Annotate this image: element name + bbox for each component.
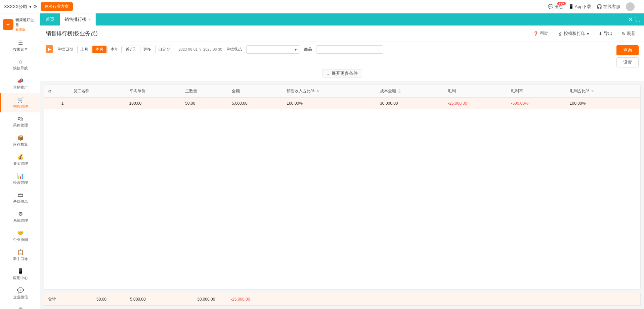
home-icon: ⌂ bbox=[19, 59, 22, 65]
goods-more-icon[interactable]: ··· bbox=[377, 47, 381, 52]
th-sales-pct[interactable]: 销售收入占比% ⇅ bbox=[283, 85, 376, 98]
tab-bar-right: ✕ ⛶ bbox=[628, 16, 644, 23]
sidebar-item-operations-label: 经营管理 bbox=[13, 180, 28, 185]
footer-qty: 50.00 bbox=[96, 297, 123, 302]
page-content: 销售排行榜(按业务员) ❓ 帮助 🖨 按模板打印 ▾ ⬇ 导出 bbox=[40, 25, 644, 309]
row-gross: -25,000.00 bbox=[444, 98, 507, 109]
top-bar: XXXXX公司 ▾ ⚙ 体验行业方案 💬 消息 99+ 📱 App下载 🎧 在线… bbox=[0, 0, 644, 13]
period-btn-custom[interactable]: 自定义 bbox=[155, 46, 173, 53]
sidebar-item-purchase-label: 采购管理 bbox=[13, 123, 28, 128]
message-icon: 💬 bbox=[548, 4, 553, 9]
sidebar: ☀ 畅康通好生意 标准版 ☰ 搜索菜单 ⌂ 快捷导航 📣 营销推广 🛒 销售管理… bbox=[0, 13, 40, 309]
gross-pct-sort-icon[interactable]: ⇅ bbox=[591, 89, 594, 93]
sidebar-item-apps[interactable]: 📱 应用中心 bbox=[0, 265, 40, 284]
sidebar-item-purchase[interactable]: 🛍 采购管理 bbox=[0, 112, 40, 131]
export-button[interactable]: ⬇ 导出 bbox=[596, 29, 615, 38]
query-button[interactable]: 查询 bbox=[616, 45, 639, 55]
inventory-icon: 📦 bbox=[17, 135, 24, 141]
row-avg-price: 100.00 bbox=[125, 98, 181, 109]
goods-input[interactable]: ··· bbox=[316, 45, 383, 54]
filter-query-col: 查询 设置 bbox=[616, 45, 639, 67]
enterprise-icon: 🤝 bbox=[17, 230, 24, 236]
message-button[interactable]: 💬 消息 99+ bbox=[548, 4, 563, 10]
sidebar-logo: ☀ 畅康通好生意 标准版 bbox=[0, 13, 40, 36]
refresh-button[interactable]: ↻ 刷新 bbox=[619, 29, 639, 38]
table-settings-button[interactable]: 设置 bbox=[616, 57, 639, 67]
sidebar-item-shortcut[interactable]: ⌂ 快捷导航 bbox=[0, 55, 40, 74]
sun-icon: ☀ bbox=[6, 22, 10, 27]
row-amount: 5,000.00 bbox=[228, 98, 283, 109]
company-name: XXXXX公司 bbox=[4, 4, 27, 10]
company-selector[interactable]: XXXXX公司 ▾ bbox=[4, 4, 32, 10]
period-btn-more[interactable]: 更多 bbox=[140, 46, 154, 53]
period-btn-this-year[interactable]: 本年 bbox=[108, 46, 122, 53]
finance-icon: 💰 bbox=[17, 154, 24, 160]
logo-sub: 标准版 bbox=[15, 27, 37, 32]
expand-more-btn[interactable]: ⌄ 展开更多条件 bbox=[322, 69, 362, 78]
sidebar-item-system[interactable]: ⚙ 系统管理 bbox=[0, 207, 40, 226]
th-avg-price: 平均单价 bbox=[125, 85, 181, 98]
logo-icon: ☀ bbox=[3, 19, 13, 30]
avatar[interactable] bbox=[626, 2, 635, 11]
template-print-button[interactable]: 🖨 按模板打印 ▾ bbox=[555, 29, 592, 38]
settings-icon[interactable]: ⚙ bbox=[33, 4, 37, 10]
sidebar-item-search-label: 搜索菜单 bbox=[13, 47, 28, 52]
sidebar-item-finance[interactable]: 💰 资金管理 bbox=[0, 150, 40, 169]
member-icon: ♛ bbox=[18, 306, 23, 309]
tab-maximize-icon[interactable]: ⛶ bbox=[635, 16, 641, 22]
sidebar-item-inventory-label: 库存核算 bbox=[13, 142, 28, 147]
guide-icon: 📋 bbox=[17, 249, 24, 255]
content-area: 首页 销售排行榜 × ✕ ⛶ 销售排行榜(按业务员) ❓ 帮助 bbox=[40, 13, 644, 309]
sidebar-item-enterprise[interactable]: 🤝 企业协同 bbox=[0, 226, 40, 246]
row-sales-pct: 100.00% bbox=[283, 98, 376, 109]
period-btn-this-month[interactable]: 本月 bbox=[92, 46, 106, 53]
help-button[interactable]: ❓ 帮助 bbox=[530, 29, 552, 38]
sidebar-item-inventory[interactable]: 📦 库存核算 bbox=[0, 131, 40, 150]
filter-expand-row: ⌄ 展开更多条件 bbox=[46, 67, 639, 78]
toggle-filter-arrow[interactable]: ▶ bbox=[46, 45, 53, 53]
th-settings[interactable]: ⚙ bbox=[44, 85, 56, 98]
footer-amount: 5,000.00 bbox=[130, 297, 157, 302]
period-btn-7days[interactable]: 近7天 bbox=[123, 46, 139, 53]
th-employee-name: 员工名称 bbox=[69, 85, 125, 98]
tab-close-icon[interactable]: × bbox=[88, 17, 91, 22]
sidebar-item-guide[interactable]: 📋 新手引导 bbox=[0, 246, 40, 265]
period-buttons: 上月 本月 本年 近7天 更多 自定义 bbox=[77, 46, 173, 53]
template-print-label: 按模板打印 bbox=[564, 31, 586, 37]
th-gross-pct[interactable]: 毛利占比% ⇅ bbox=[566, 85, 640, 98]
th-cost: 成本全额 ⓘ bbox=[376, 85, 444, 98]
trial-button[interactable]: 体验行业方案 bbox=[41, 2, 73, 11]
sidebar-item-wechat[interactable]: 💬 企业微信 bbox=[0, 284, 40, 303]
period-btn-last-month[interactable]: 上月 bbox=[77, 46, 91, 53]
refresh-label: 刷新 bbox=[627, 31, 636, 37]
sidebar-item-guide-label: 新手引导 bbox=[13, 256, 28, 261]
th-gross-rate: 毛利率 bbox=[507, 85, 565, 98]
sales-pct-sort-icon[interactable]: ⇅ bbox=[316, 89, 319, 93]
app-download-button[interactable]: 📱 App下载 bbox=[568, 4, 591, 10]
sidebar-item-member[interactable]: ♛ 畅会员 bbox=[0, 303, 40, 309]
sidebar-item-marketing[interactable]: 📣 营销推广 bbox=[0, 74, 40, 93]
online-service-button[interactable]: 🎧 在线客服 bbox=[597, 4, 620, 10]
tab-home[interactable]: 首页 bbox=[40, 13, 60, 25]
row-employee-name bbox=[69, 98, 125, 109]
tab-sales-ranking[interactable]: 销售排行榜 × bbox=[60, 13, 96, 25]
logo-text-block: 畅康通好生意 标准版 bbox=[15, 17, 37, 32]
tab-close-window-icon[interactable]: ✕ bbox=[628, 16, 633, 23]
cost-help-icon[interactable]: ⓘ bbox=[398, 89, 401, 93]
sidebar-item-search[interactable]: ☰ 搜索菜单 bbox=[0, 36, 40, 55]
status-select[interactable]: ▾ bbox=[246, 45, 300, 54]
phone-icon: 📱 bbox=[568, 4, 574, 9]
app-download-label: App下载 bbox=[575, 4, 591, 10]
filter-main-row: ▶ 单据日期 上月 本月 本年 近7天 更多 自定义 2023-06-01 至 … bbox=[46, 45, 639, 67]
sidebar-item-basic[interactable]: 🗃 基础信息 bbox=[0, 189, 40, 207]
sidebar-item-wechat-label: 企业微信 bbox=[13, 295, 28, 300]
filter-bar: ▶ 单据日期 上月 本月 本年 近7天 更多 自定义 2023-06-01 至 … bbox=[40, 42, 644, 81]
status-label: 单据状态 bbox=[226, 47, 242, 52]
status-chevron-icon: ▾ bbox=[295, 47, 297, 52]
export-icon: ⬇ bbox=[599, 31, 602, 36]
sidebar-item-sales[interactable]: 🛒 销售管理 bbox=[0, 93, 40, 112]
basic-icon: 🗃 bbox=[18, 192, 23, 198]
sidebar-item-operations[interactable]: 📊 经营管理 bbox=[0, 169, 40, 189]
online-service-label: 在线客服 bbox=[603, 4, 620, 10]
th-amount: 全额 bbox=[228, 85, 283, 98]
